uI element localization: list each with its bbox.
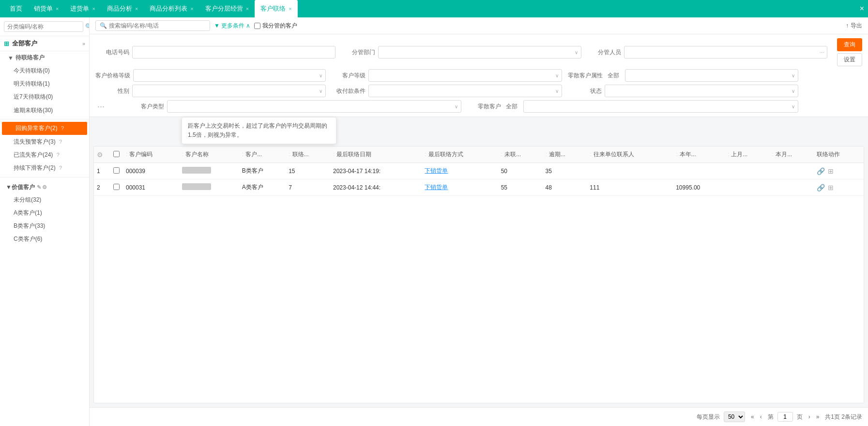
export-button[interactable]: ↑ 导出: [846, 22, 862, 30]
sidebar-item-overdue-pending[interactable]: 逾期未联络(30): [0, 104, 89, 117]
status-select[interactable]: ∨: [605, 85, 798, 97]
sidebar-item-lost-warning[interactable]: 流失预警客户(3) ?: [0, 135, 89, 148]
payment-select[interactable]: ∨: [368, 85, 562, 97]
nav-tab-purchase-close[interactable]: ×: [92, 6, 95, 12]
nav-tab-product-list[interactable]: 商品分析列表 ×: [144, 0, 199, 17]
sidebar-item-class-c[interactable]: C类客户(6): [0, 233, 89, 246]
filter-cell-retail-customer: 零散客户 全部 ∨: [467, 100, 798, 113]
row-checkbox[interactable]: [109, 163, 123, 179]
col-settings[interactable]: ⚙: [94, 147, 109, 163]
nav-tab-customer-contact-close[interactable]: ×: [289, 6, 291, 12]
last-contact-method-link[interactable]: 下销货单: [425, 184, 448, 191]
sidebar-item-class-c-label: C类客户(6): [14, 235, 42, 242]
row-customer-level: B类客户: [239, 163, 286, 179]
row-last-contact-method[interactable]: 下销货单: [422, 163, 498, 179]
price-grade-select[interactable]: ∨: [133, 69, 326, 82]
value-group-edit-icon[interactable]: ✎: [37, 184, 41, 191]
tooltip-text: 距客户上次交易时长，超过了此客户的平均交易周期的1.5倍，则视为异常。: [188, 122, 327, 138]
row-checkbox[interactable]: [109, 179, 123, 196]
retail-customer-select[interactable]: ∨: [523, 100, 798, 113]
col-customer-code-header: :客户编码: [123, 147, 179, 163]
person-select[interactable]: ···: [624, 46, 827, 59]
sidebar-search-input[interactable]: [4, 21, 83, 32]
action-link-icon[interactable]: 🔗: [817, 167, 825, 175]
nav-tab-sales-close[interactable]: ×: [56, 6, 59, 12]
nav-tab-product-list-close[interactable]: ×: [190, 6, 193, 12]
gender-select[interactable]: ∨: [132, 85, 326, 97]
all-customers-section[interactable]: ⊞ 全部客户 »: [0, 36, 89, 51]
sidebar-search-icon[interactable]: 🔍: [85, 23, 90, 30]
col-action-label: 联络动作: [817, 151, 840, 158]
window-close-button[interactable]: ×: [860, 4, 864, 13]
per-page-select[interactable]: 50: [724, 411, 745, 422]
sidebar-item-7day-pending[interactable]: 近7天待联络(0): [0, 90, 89, 103]
retail-attr-value: 全部: [608, 72, 619, 80]
search-bar-icon: 🔍: [100, 22, 107, 29]
nav-tab-customer-segment[interactable]: 客户分层经营 ×: [199, 0, 255, 17]
advanced-filter: 电话号码 分管部门 ∨ 分管人员 ··· 查询 设置: [90, 34, 868, 117]
prev-page-btn[interactable]: ‹: [758, 412, 764, 421]
my-customers-checkbox[interactable]: [254, 23, 260, 29]
select-all-checkbox[interactable]: [113, 151, 120, 157]
next-page-btn[interactable]: ›: [807, 412, 812, 421]
nav-tab-home[interactable]: 首页: [4, 0, 28, 17]
filter-cell-gender: 性别 ∨: [95, 85, 326, 97]
search-input-wrapper: 🔍: [95, 20, 210, 31]
sidebar-item-ungrouped-label: 未分组(32): [14, 196, 41, 203]
nav-tab-product-analysis-close[interactable]: ×: [135, 6, 138, 12]
nav-tab-product-analysis[interactable]: 商品分析 ×: [101, 0, 144, 17]
row-contact-person: [587, 163, 673, 179]
sidebar-item-already-lost[interactable]: 已流失客户(24) ?: [0, 148, 89, 162]
sidebar-item-lost-label: 流失预警客户(3): [14, 138, 56, 145]
sidebar-search-area: 🔍: [0, 17, 89, 36]
action-link-icon[interactable]: 🔗: [817, 184, 825, 191]
col-customer-name-label: 客户名称: [185, 151, 209, 158]
nav-tab-customer-segment-close[interactable]: ×: [246, 6, 249, 12]
row-last-contact-method[interactable]: 下销货单: [422, 179, 498, 196]
sidebar-item-class-a[interactable]: A类客户(1): [0, 206, 89, 220]
last-contact-method-link[interactable]: 下销货单: [425, 167, 448, 174]
phone-input[interactable]: [132, 46, 335, 59]
nav-tab-customer-contact[interactable]: 客户联络 ×: [255, 0, 297, 17]
more-conditions-btn[interactable]: ▼ 更多条件 ∧: [214, 22, 250, 30]
grid-icon: ⊞: [4, 40, 9, 47]
pending-group-title[interactable]: ▼ 待联络客户: [0, 51, 89, 64]
customer-table: ⚙ :客户编码 :客户名称 :客户...: [94, 147, 864, 196]
search-input[interactable]: [109, 22, 206, 29]
row-customer-level: A类客户: [239, 179, 286, 196]
nav-tab-sales[interactable]: 销货单 ×: [28, 0, 64, 17]
department-select[interactable]: ∨: [378, 46, 581, 59]
action-grid-icon[interactable]: ⊞: [828, 167, 834, 175]
last-page-btn[interactable]: »: [814, 412, 822, 421]
sidebar-item-tomorrow-pending[interactable]: 明天待联络(1): [0, 77, 89, 90]
value-group-title[interactable]: ▼ 价值客户 ✎ ⚙: [0, 181, 89, 193]
gear-icon[interactable]: ⚙: [97, 151, 103, 159]
nav-tab-home-label: 首页: [10, 4, 22, 13]
sidebar-item-ungrouped[interactable]: 未分组(32): [0, 193, 89, 206]
query-button[interactable]: 查询: [837, 38, 862, 51]
first-page-btn[interactable]: «: [749, 412, 756, 421]
filter-actions: 查询 设置: [837, 38, 862, 66]
col-checkbox-header[interactable]: [109, 147, 123, 163]
page-input[interactable]: [777, 412, 793, 422]
collapse-btn[interactable]: »: [82, 41, 85, 46]
action-grid-icon[interactable]: ⊞: [828, 184, 834, 191]
value-group-settings-icon[interactable]: ⚙: [42, 184, 47, 191]
retail-attr-select[interactable]: ∨: [625, 69, 798, 82]
col-contacts-header: :联络...: [286, 147, 330, 163]
more-dots-icon[interactable]: ···: [97, 102, 105, 112]
sidebar-item-class-b[interactable]: B类客户(33): [0, 220, 89, 233]
filter-row-2: 客户价格等级 ∨ 客户等级 ∨ 零散客户属性 全部 ∨: [95, 69, 862, 82]
settings-button[interactable]: 设置: [837, 53, 862, 66]
sidebar-item-today-pending[interactable]: 今天待联络(0): [0, 64, 89, 77]
sidebar-item-declining[interactable]: 持续下滑客户(2) ?: [0, 162, 89, 175]
customer-grade-select[interactable]: ∨: [368, 69, 562, 82]
all-customers-label: 全部客户: [12, 39, 37, 48]
sidebar-item-repurchase-abnormal[interactable]: 回购异常客户(2) ?: [2, 122, 87, 135]
nav-tab-purchase[interactable]: 进货单 ×: [64, 0, 101, 17]
sidebar-item-class-b-label: B类客户(33): [14, 222, 45, 229]
customer-type-select[interactable]: ∨: [167, 100, 461, 113]
col-last-contact-date-label: 最后联络日期: [336, 151, 371, 158]
sidebar-item-class-a-label: A类客户(1): [14, 209, 42, 216]
filter-icon: ▼: [214, 22, 220, 29]
